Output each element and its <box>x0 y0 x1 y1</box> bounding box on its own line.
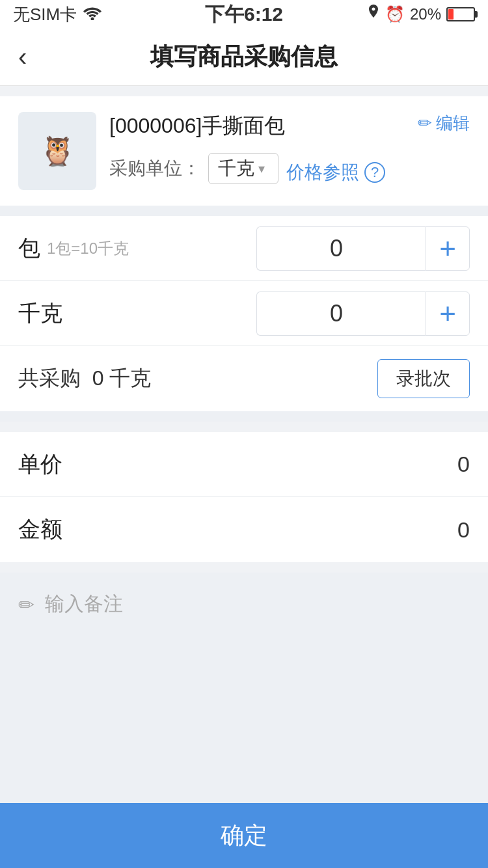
product-thumbnail: 🦉 <box>18 112 96 190</box>
location-icon <box>367 5 380 24</box>
section-divider-1 <box>0 206 488 216</box>
input-section: 包 1包=10千克 + 千克 + <box>0 216 488 346</box>
bag-quantity-input[interactable] <box>256 226 426 271</box>
edit-icon: ✏ <box>418 113 432 133</box>
price-ref-help-icon: ? <box>364 162 385 183</box>
nav-bar: ‹ 填写商品采购信息 <box>0 29 488 86</box>
wifi-icon <box>83 5 102 25</box>
confirm-button[interactable]: 确定 <box>0 803 488 868</box>
kg-input-controls: + <box>256 292 470 336</box>
chevron-down-icon: ▾ <box>258 161 265 176</box>
price-ref-button[interactable]: 价格参照 ? <box>286 160 385 185</box>
pencil-icon: ✏ <box>18 593 34 616</box>
svg-point-0 <box>91 17 94 20</box>
unit-price-value: 0 <box>457 452 470 477</box>
kg-label: 千克 <box>18 299 62 329</box>
battery-icon <box>446 7 475 21</box>
edit-button[interactable]: ✏ 编辑 <box>418 112 470 135</box>
kg-quantity-input[interactable] <box>256 292 426 336</box>
bag-input-row: 包 1包=10千克 + <box>0 216 488 281</box>
bag-label: 包 1包=10千克 <box>18 234 129 264</box>
bag-plus-button[interactable]: + <box>426 226 470 271</box>
total-label: 共采购 0 千克 <box>18 364 151 393</box>
status-bar-left: 无SIM卡 <box>13 3 102 26</box>
remark-section[interactable]: ✏ 输入备注 <box>0 573 488 651</box>
alarm-icon: ⏰ <box>385 5 405 23</box>
kg-plus-button[interactable]: + <box>426 292 470 336</box>
page-title: 填写商品采购信息 <box>150 41 338 73</box>
batch-button[interactable]: 录批次 <box>377 359 470 398</box>
remark-placeholder: 输入备注 <box>45 591 123 617</box>
product-top-row: [0000006]手撕面包 ✏ 编辑 <box>109 112 470 152</box>
product-info: [0000006]手撕面包 ✏ 编辑 采购单位： 千克 ▾ 价格参照 ? <box>109 112 470 185</box>
amount-label: 金额 <box>18 515 62 545</box>
unit-label: 采购单位： <box>109 156 200 181</box>
status-bar-time: 下午6:12 <box>205 1 283 28</box>
bag-input-controls: + <box>256 226 470 271</box>
price-amount-section: 单价 0 金额 0 <box>0 432 488 562</box>
product-name: [0000006]手撕面包 <box>109 112 285 141</box>
unit-value: 千克 <box>218 156 254 181</box>
carrier-label: 无SIM卡 <box>13 3 77 26</box>
product-card: 🦉 [0000006]手撕面包 ✏ 编辑 采购单位： 千克 ▾ 价格参照 ? <box>0 96 488 206</box>
unit-price-row: 单价 0 <box>0 432 488 497</box>
amount-row: 金额 0 <box>0 497 488 562</box>
total-row: 共采购 0 千克 录批次 <box>0 346 488 411</box>
unit-select[interactable]: 千克 ▾ <box>208 153 278 184</box>
amount-value: 0 <box>457 517 470 543</box>
battery-percent: 20% <box>410 5 441 23</box>
back-button[interactable]: ‹ <box>18 42 27 72</box>
section-divider-2 <box>0 411 488 422</box>
bag-sublabel: 1包=10千克 <box>47 238 129 259</box>
status-bar: 无SIM卡 下午6:12 ⏰ 20% <box>0 0 488 29</box>
product-unit-row: 采购单位： 千克 ▾ 价格参照 ? <box>109 152 470 185</box>
status-bar-right: ⏰ 20% <box>367 5 475 24</box>
unit-price-label: 单价 <box>18 450 62 480</box>
product-thumb-icon: 🦉 <box>40 134 75 168</box>
kg-input-row: 千克 + <box>0 281 488 346</box>
